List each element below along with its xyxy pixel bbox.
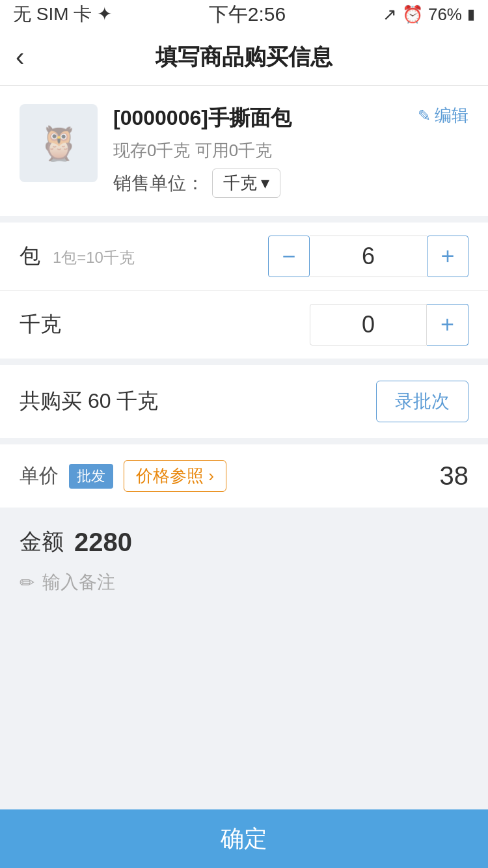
- amount-label: 金额: [20, 527, 64, 557]
- page-title: 填写商品购买信息: [156, 42, 332, 72]
- product-info: [0000006]手撕面包 ✎ 编辑 现存0千克 可用0千克 销售单位： 千克 …: [113, 104, 468, 198]
- amount-section: 金额 2280 ✏ 输入备注: [0, 509, 488, 605]
- confirm-button[interactable]: 确定: [0, 809, 488, 868]
- product-card: 🦉 [0000006]手撕面包 ✎ 编辑 现存0千克 可用0千克 销售单位： 千…: [0, 86, 488, 223]
- pack-quantity-control: − +: [268, 236, 468, 277]
- status-bar: 无 SIM 卡 ✦ 下午2:56 ↗ ⏰ 76% ▮: [0, 0, 488, 29]
- product-stock: 现存0千克 可用0千克: [113, 139, 468, 162]
- pack-minus-button[interactable]: −: [268, 236, 310, 277]
- bottom-space: [0, 735, 488, 794]
- summary-text: 共购买 60 千克: [20, 387, 158, 416]
- location-icon: ↗: [383, 5, 397, 25]
- confirm-button-label: 确定: [221, 823, 267, 855]
- product-unit-row: 销售单位： 千克 ▾: [113, 169, 468, 198]
- product-thumbnail: 🦉: [20, 104, 98, 182]
- kg-quantity-row: 千克 +: [0, 291, 488, 365]
- unit-label: 销售单位：: [113, 171, 204, 196]
- kg-quantity-control: +: [310, 304, 468, 346]
- product-thumb-icon: 🦉: [38, 124, 80, 163]
- kg-label: 千克: [20, 310, 310, 339]
- sim-status: 无 SIM 卡 ✦: [13, 2, 112, 27]
- back-button[interactable]: ‹: [16, 42, 24, 72]
- remark-icon: ✏: [20, 572, 34, 593]
- price-label: 单价: [20, 463, 59, 489]
- price-reference-button[interactable]: 价格参照 ›: [124, 460, 226, 492]
- pack-quantity-input[interactable]: [310, 236, 427, 277]
- remark-row[interactable]: ✏ 输入备注: [20, 570, 468, 595]
- remark-label: 输入备注: [42, 570, 115, 595]
- alarm-icon: ⏰: [402, 5, 423, 25]
- dropdown-arrow-icon: ▾: [261, 173, 269, 193]
- nav-bar: ‹ 填写商品购买信息: [0, 29, 488, 86]
- pack-label: 包 1包=10千克: [20, 242, 268, 271]
- amount-value: 2280: [74, 528, 132, 557]
- product-name-row: [0000006]手撕面包 ✎ 编辑: [113, 104, 468, 139]
- edit-icon: ✎: [418, 107, 431, 125]
- product-name: [0000006]手撕面包: [113, 104, 291, 133]
- price-section: 单价 批发 价格参照 › 38: [0, 444, 488, 509]
- battery-icon: ▮: [467, 6, 475, 23]
- unit-value: 千克: [223, 172, 257, 195]
- kg-quantity-input[interactable]: [310, 304, 427, 346]
- edit-button[interactable]: ✎ 编辑: [418, 104, 468, 127]
- batch-record-button[interactable]: 录批次: [376, 381, 468, 422]
- battery-level: 76%: [428, 5, 462, 25]
- page-spacer: [0, 605, 488, 735]
- unit-dropdown[interactable]: 千克 ▾: [212, 169, 280, 198]
- summary-row: 共购买 60 千克 录批次: [0, 365, 488, 444]
- pack-plus-button[interactable]: +: [427, 236, 468, 277]
- kg-plus-button[interactable]: +: [427, 304, 468, 346]
- price-value: 38: [440, 461, 469, 491]
- amount-row: 金额 2280: [20, 527, 468, 557]
- pack-quantity-row: 包 1包=10千克 − +: [0, 223, 488, 291]
- price-badge: 批发: [69, 464, 113, 489]
- status-right: ↗ ⏰ 76% ▮: [383, 5, 475, 25]
- status-left: 无 SIM 卡 ✦: [13, 2, 112, 27]
- pack-sub-label: 1包=10千克: [53, 249, 135, 266]
- status-time: 下午2:56: [209, 1, 286, 28]
